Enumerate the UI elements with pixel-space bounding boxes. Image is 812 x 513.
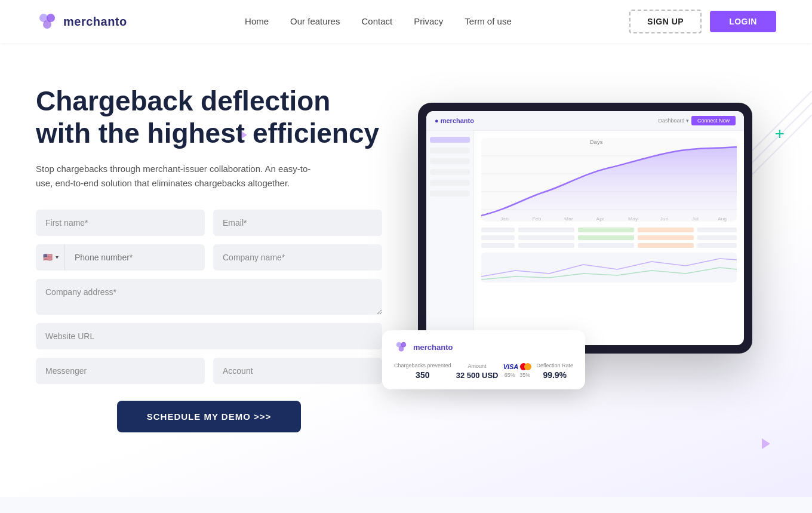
tablet-mockup: ● merchanto Dashboard ▾ Connect Now — [406, 103, 752, 365]
svg-text:Aug: Aug — [718, 216, 727, 222]
schedule-demo-button[interactable]: SCHEDULE MY DEMO >>> — [117, 401, 302, 432]
flag-icon: 🇺🇸 — [43, 253, 53, 262]
table-cell — [518, 235, 574, 240]
stats-card: merchanto Chargebacks prevented 350 Amou… — [382, 330, 585, 389]
nav-contact[interactable]: Contact — [361, 16, 392, 26]
deflection-value: 99.9% — [536, 370, 573, 380]
signup-button[interactable]: SIGN UP — [629, 10, 702, 33]
screen-btn: Connect Now — [691, 116, 736, 125]
svg-text:Feb: Feb — [533, 216, 542, 222]
nav-actions: SIGN UP LOGIN — [629, 10, 776, 33]
sidebar-item-4 — [430, 169, 470, 175]
card-logo-text: merchanto — [413, 343, 453, 352]
messenger-input[interactable] — [36, 358, 205, 384]
mc-orange-circle — [524, 363, 531, 370]
screen-logo-text: ● merchanto — [435, 117, 474, 124]
hero-title: Chargeback deflection with the highest e… — [36, 85, 382, 150]
login-button[interactable]: LOGIN — [710, 11, 776, 32]
deflection-stat: Deflection Rate 99.9% — [536, 363, 573, 380]
visa-stat: VISA 65% 35% — [503, 363, 532, 380]
phone-chevron-icon: ▾ — [56, 254, 59, 260]
chargebacks-label: Chargebacks prevented — [394, 363, 451, 368]
table-cell — [578, 235, 634, 240]
nav-links: Home Our features Contact Privacy Term o… — [245, 16, 512, 27]
sidebar-item-1 — [430, 137, 470, 143]
nav-privacy[interactable]: Privacy — [414, 16, 443, 26]
phone-flag[interactable]: 🇺🇸 ▾ — [36, 244, 65, 270]
table-cell — [638, 228, 694, 232]
navbar: merchanto Home Our features Contact Priv… — [0, 0, 812, 43]
table-cell — [481, 228, 515, 232]
company-name-input[interactable] — [213, 244, 382, 271]
svg-text:Apr: Apr — [596, 216, 605, 222]
visa-percent-label: 65% 35% — [503, 372, 532, 378]
table-cell — [578, 243, 634, 248]
table-cell — [697, 243, 737, 248]
svg-point-21 — [399, 346, 404, 352]
table-cell — [518, 228, 574, 232]
svg-text:Jun: Jun — [660, 216, 669, 222]
card-logo-row: merchanto — [394, 340, 573, 354]
visa-percent: 65% — [505, 372, 515, 378]
sidebar-item-2 — [430, 148, 470, 153]
svg-text:May: May — [628, 216, 638, 222]
hero-right: ● merchanto Dashboard ▾ Connect Now — [382, 79, 776, 473]
table-cell — [697, 235, 737, 240]
amount-label: Amount — [456, 363, 499, 369]
phone-input[interactable] — [65, 244, 205, 271]
logo-text: merchanto — [63, 15, 127, 29]
sidebar-item-6 — [430, 191, 470, 196]
chart-area: Jan Feb Mar Apr May Jun Jul Aug Days — [481, 138, 737, 222]
company-address-input[interactable] — [36, 279, 382, 315]
svg-text:Mar: Mar — [564, 216, 573, 222]
deflection-label: Deflection Rate — [536, 363, 573, 368]
hero-section: + Chargeback deflection with the highest… — [0, 43, 812, 497]
table-cell — [638, 235, 694, 240]
sidebar-item-5 — [430, 180, 470, 186]
mc-logo — [520, 363, 531, 370]
screen-sidebar — [426, 131, 474, 345]
visa-mc-logos: VISA — [503, 363, 532, 370]
card-stats: Chargebacks prevented 350 Amount 32 500 … — [394, 363, 573, 380]
nav-home[interactable]: Home — [245, 16, 269, 26]
table-cell — [697, 228, 737, 232]
nav-term-of-use[interactable]: Term of use — [465, 16, 511, 26]
website-input[interactable] — [36, 323, 382, 349]
screen-body: Jan Feb Mar Apr May Jun Jul Aug Days — [426, 131, 744, 345]
chargebacks-value: 350 — [394, 370, 451, 380]
logo[interactable]: merchanto — [36, 10, 127, 33]
hero-left: Chargeback deflection with the highest e… — [36, 79, 382, 432]
table-cell — [481, 235, 515, 240]
screen-table — [481, 228, 737, 282]
svg-text:Jul: Jul — [692, 216, 699, 222]
visa-logo: VISA — [503, 363, 519, 370]
table-cell — [481, 243, 515, 248]
mc-percent: 35% — [519, 372, 530, 378]
amount-value: 32 500 USD — [456, 371, 499, 380]
table-cell — [578, 228, 634, 232]
signup-form: 🇺🇸 ▾ SCHEDULE MY DEMO >>> — [36, 210, 382, 432]
nav-features[interactable]: Our features — [290, 16, 340, 26]
hero-subtitle: Stop chargebacks through merchant-issuer… — [36, 162, 322, 191]
table-cell — [518, 243, 574, 248]
sidebar-item-3 — [430, 158, 470, 164]
email-input[interactable] — [213, 210, 382, 236]
svg-text:Jan: Jan — [500, 216, 509, 222]
svg-text:Days: Days — [590, 139, 603, 145]
screen-main: Jan Feb Mar Apr May Jun Jul Aug Days — [474, 131, 744, 345]
account-input[interactable] — [213, 358, 382, 384]
amount-stat: Amount 32 500 USD — [456, 363, 499, 380]
tablet-outer: ● merchanto Dashboard ▾ Connect Now — [418, 103, 752, 354]
screen-nav-text: Dashboard ▾ — [658, 118, 689, 124]
first-name-input[interactable] — [36, 210, 205, 236]
svg-point-2 — [43, 20, 51, 29]
screen-header: ● merchanto Dashboard ▾ Connect Now — [426, 111, 744, 131]
phone-wrap: 🇺🇸 ▾ — [36, 244, 205, 271]
chargebacks-stat: Chargebacks prevented 350 — [394, 363, 451, 380]
tablet-screen: ● merchanto Dashboard ▾ Connect Now — [426, 111, 744, 345]
table-cell — [638, 243, 694, 248]
